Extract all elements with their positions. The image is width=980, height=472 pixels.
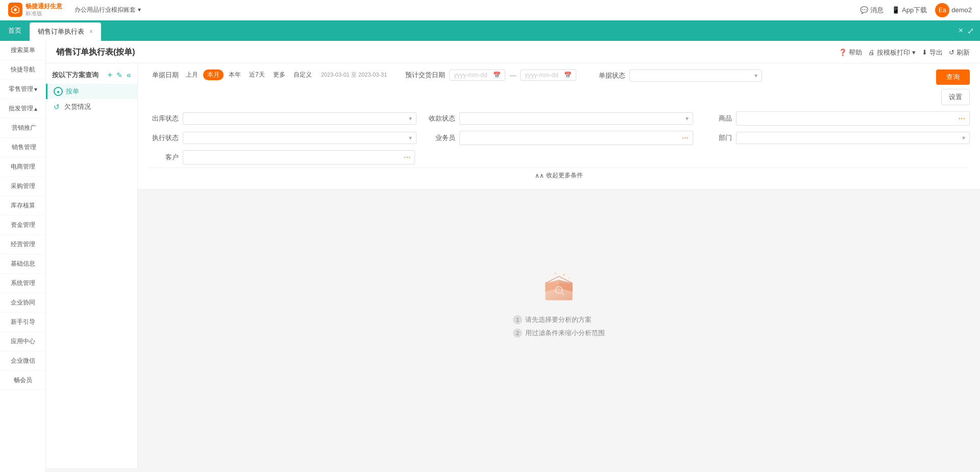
date-tab-last-month[interactable]: 上月 [183,69,201,80]
sidebar-retail-label: 零售管理 [9,85,33,93]
logo-text: 畅捷通好生意 [26,3,62,10]
panel-layout: 按以下方案查询 + ✎ « ● 按单 ↺ 欠货情况 [46,63,980,468]
add-scheme-button[interactable]: + [108,70,112,80]
calendar-from-icon: 📅 [493,72,501,79]
setting-button[interactable]: 设置 [941,89,970,105]
left-panel-title: 按以下方案查询 [52,70,99,80]
sidebar-item-wholesale[interactable]: 批发管理 ▴ [0,99,45,119]
delivery-status-select[interactable]: ▾ [183,112,416,125]
collapse-panel-button[interactable]: « [127,70,131,80]
sidebar-item-appcenter[interactable]: 应用中心 [0,332,45,351]
exec-status-label: 执行状态 [148,133,179,143]
status-select[interactable]: ▾ [629,69,762,82]
salesman-label: 业务员 [425,133,455,143]
sidebar-wholesale-arrow: ▴ [34,105,37,112]
customer-dots[interactable]: ··· [404,153,410,162]
tab-home[interactable]: 首页 [0,20,30,41]
expand-window-icon[interactable]: ⤢ [967,26,974,36]
sidebar-item-wechat[interactable]: 企业微信 [0,351,45,371]
sidebar-item-finance[interactable]: 资金管理 [0,216,45,235]
dept-select[interactable]: ▾ [736,132,970,144]
logo-text-area: 畅捷通好生意 标准版 [26,3,62,17]
expected-date-to-placeholder: yyyy-mm-dd [525,72,558,79]
tab-sales-order[interactable]: 销售订单执行表 × [30,22,101,41]
collection-status-select[interactable]: ▾ [459,112,693,125]
date-tab-more[interactable]: 更多 [270,69,288,80]
export-button[interactable]: ⬇ 导出 [922,48,943,57]
date-tab-this-month[interactable]: 本月 [203,69,224,80]
help-button[interactable]: ❓ 帮助 [839,48,862,57]
industry-selector[interactable]: 办公用品行业模拟账套 ▾ [75,6,141,14]
sidebar-inventory-label: 库存核算 [11,202,35,209]
salesman-dots[interactable]: ··· [682,133,689,143]
tabbar-right: × ⤢ [959,26,980,36]
date-tab-this-year[interactable]: 本年 [226,69,244,80]
sidebar-item-ecom[interactable]: 电商管理 [0,157,45,177]
close-window-icon[interactable]: × [959,26,963,35]
date-separator: — [509,72,516,79]
help-label: 帮助 [849,48,862,57]
sidebar-item-operations[interactable]: 经营管理 [0,235,45,254]
sidebar-item-guide[interactable]: 新手引导 [0,313,45,332]
collection-status-label: 收款状态 [425,114,455,123]
svg-point-4 [555,273,556,274]
sidebar-item-quicknav[interactable]: 快捷导航 [0,60,45,80]
logo-icon [8,3,22,17]
tab-close-icon[interactable]: × [89,28,93,35]
collapse-filter-button[interactable]: ∧∧ 收起更多条件 [148,168,970,183]
message-button[interactable]: 💬 消息 [860,6,884,15]
delivery-status-arrow: ▾ [409,115,412,122]
right-content: 单据日期 上月 本月 本年 近7天 更多 自定义 2023-03-01 至 20… [138,63,980,468]
page-title: 销售订单执行表(按单) [56,47,135,58]
topbar-left: 畅捷通好生意 标准版 办公用品行业模拟账套 ▾ [8,3,141,17]
empty-tip-2: 2 用过滤条件来缩小分析范围 [513,328,605,338]
scheme-item-by-order[interactable]: ● 按单 [46,84,137,99]
exec-status-select[interactable]: ▾ [183,132,416,144]
sidebar-item-system[interactable]: 系统管理 [0,274,45,293]
dept-label: 部门 [701,133,732,143]
left-panel-icons: + ✎ « [108,70,131,80]
date-tab-7days[interactable]: 近7天 [246,69,268,80]
user-menu[interactable]: Ea demo2 [935,3,972,17]
status-select-arrow: ▾ [754,72,757,79]
sidebar-item-baseinfo[interactable]: 基础信息 [0,254,45,274]
sidebar-item-marketing[interactable]: 营销推广 [0,119,45,138]
expected-date-label: 预计交货日期 [405,70,445,80]
sidebar-marketing-label: 营销推广 [12,124,36,131]
empty-state: 1 请先选择要分析的方案 2 用过滤条件来缩小分析范围 [513,266,605,338]
refresh-label: 刷新 [957,48,970,57]
scheme-item-backorder[interactable]: ↺ 欠货情况 [46,99,137,114]
goods-dots[interactable]: ··· [959,114,965,123]
sidebar-item-search[interactable]: 搜索菜单 [0,41,45,60]
salesman-field[interactable]: ··· [459,131,693,145]
sidebar-item-purchase[interactable]: 采购管理 [0,177,45,196]
query-button[interactable]: 查询 [936,69,970,85]
sidebar-item-sales[interactable]: 销售管理 [0,138,45,157]
goods-field[interactable]: ··· [736,111,970,126]
content-area: 销售订单执行表(按单) ❓ 帮助 🖨 按模板打印 ▾ ⬇ 导出 ↺ 刷新 [46,41,980,472]
message-label: 消息 [870,6,884,15]
refresh-icon: ↺ [949,49,954,56]
sidebar: 搜索菜单 快捷导航 零售管理 ▾ 批发管理 ▴ 营销推广 销售管理 电商管理 采 [0,41,46,472]
tip1-num: 1 [513,315,522,324]
sidebar-item-enterprise[interactable]: 企业协同 [0,293,45,313]
expected-date-from[interactable]: yyyy-mm-dd 📅 [449,69,505,81]
by-order-icon: ● [54,87,63,96]
edit-scheme-button[interactable]: ✎ [116,71,122,79]
sidebar-item-retail[interactable]: 零售管理 ▾ [0,80,45,99]
sidebar-guide-label: 新手引导 [11,318,35,325]
app-download-button[interactable]: 📱 App下载 [892,6,927,15]
date-tab-custom[interactable]: 自定义 [290,69,315,80]
print-label: 按模板打印 [877,48,910,57]
expected-date-to[interactable]: yyyy-mm-dd 📅 [520,69,576,81]
sidebar-sales-label: 销售管理 [12,144,36,151]
refresh-button[interactable]: ↺ 刷新 [949,48,970,57]
print-button[interactable]: 🖨 按模板打印 ▾ [868,48,916,57]
logo-sub: 标准版 [26,10,62,17]
sidebar-wholesale-label: 批发管理 [9,104,33,113]
filter-area: 单据日期 上月 本月 本年 近7天 更多 自定义 2023-03-01 至 20… [138,63,980,190]
sidebar-item-member[interactable]: 畅会员 [0,371,45,390]
sidebar-item-inventory[interactable]: 库存核算 [0,196,45,216]
customer-field[interactable]: ··· [183,150,415,164]
sidebar-finance-label: 资金管理 [11,221,35,228]
